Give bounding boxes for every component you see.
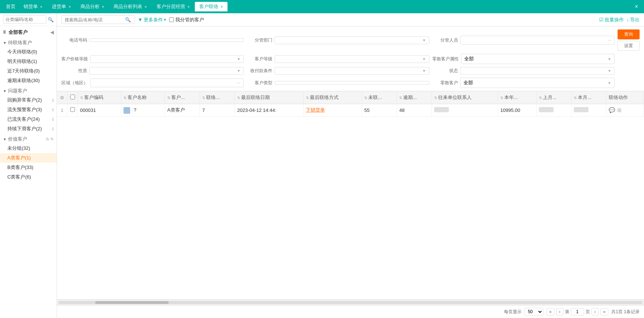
sidebar-item-overdue[interactable]: 逾期未联络(30) xyxy=(0,76,57,85)
th-code: ⇅ 客户编码 xyxy=(78,91,121,104)
message-action-icon[interactable]: 💬 xyxy=(609,107,615,113)
page-input[interactable] xyxy=(571,308,584,315)
per-page-select[interactable]: 50 100 200 xyxy=(525,308,543,316)
retail-attr-select[interactable]: 全部 ▼ xyxy=(461,54,615,64)
th-no-contact: ⇅ 未联... xyxy=(362,91,397,104)
nav-home[interactable]: 首页 xyxy=(3,2,18,11)
customer-grade-caret-icon: ▼ xyxy=(422,57,426,61)
next-page-btn[interactable]: › xyxy=(591,308,599,315)
scrollbar-thumb[interactable] xyxy=(95,301,169,304)
sidebar-search-icon[interactable]: 🔍 xyxy=(48,17,54,22)
row-code: 000031 xyxy=(78,104,121,117)
sidebar-item-churned[interactable]: 已流失客户(24) ℹ xyxy=(0,114,57,124)
sidebar-item-b-class[interactable]: B类客户(33) xyxy=(0,163,57,172)
nav-tab-customer-seg[interactable]: 客户分层经营 × xyxy=(152,2,194,11)
close-customer-contact-tab[interactable]: × xyxy=(221,4,223,9)
search-input-wrapper: 🔍 xyxy=(61,15,135,24)
sidebar-item-today[interactable]: 今天待联络(0) xyxy=(0,47,57,57)
batch-ops-btn[interactable]: ☑ 批量操作 xyxy=(599,17,624,23)
row-number: 1 xyxy=(57,104,67,117)
table-settings-header[interactable]: ⚙ xyxy=(57,91,67,104)
sidebar-all-label: ⠿ 全部客户 xyxy=(3,29,28,36)
customer-type-input[interactable] xyxy=(275,81,429,85)
search-input[interactable] xyxy=(65,17,124,22)
settings-button[interactable]: 设置 xyxy=(618,41,640,51)
nature-select[interactable]: ▼ xyxy=(89,67,244,75)
sidebar-item-abnormal[interactable]: 回购异常客户(2) ℹ xyxy=(0,95,57,105)
row-last-method[interactable]: 下销货单 xyxy=(303,104,362,117)
phone-input[interactable] xyxy=(89,38,244,42)
nav-tab-purchase[interactable]: 进货单 × xyxy=(47,2,75,11)
sidebar-item-tomorrow[interactable]: 明天待联络(1) xyxy=(0,57,57,66)
scrollbar-track[interactable] xyxy=(58,301,643,304)
qr-action-icon[interactable]: ⊞ xyxy=(617,107,622,113)
last-method-link[interactable]: 下销货单 xyxy=(306,107,325,113)
dept-select[interactable]: ▼ xyxy=(275,36,429,44)
sidebar-collapse-icon[interactable]: ◀ xyxy=(50,30,54,35)
customer-grade-select[interactable]: ▼ xyxy=(275,55,429,63)
status-label: 状态 xyxy=(432,68,458,74)
my-customers-checkbox[interactable] xyxy=(169,17,174,22)
th-type-sort-icon: ⇅ xyxy=(167,96,170,100)
close-analysis-tab[interactable]: × xyxy=(102,4,104,9)
main-layout: 🔍 ⠿ 全部客户 ◀ ▼ 待联络客户 今天待联络(0) 明天待联络(1) 近7天… xyxy=(0,13,644,318)
value-edit-icon[interactable]: ✎ xyxy=(50,137,54,142)
sidebar-search-input[interactable] xyxy=(3,15,46,24)
payment-select[interactable]: ▼ xyxy=(275,67,429,75)
nav-tab-analysis[interactable]: 商品分析 × xyxy=(76,2,108,11)
close-purchase-tab[interactable]: × xyxy=(68,4,71,9)
nav-tab-analysis-list[interactable]: 商品分析列表 × xyxy=(109,2,151,11)
more-conditions-btn[interactable]: ▼ 更多条件 ▾ xyxy=(138,17,166,23)
price-grade-select[interactable]: ▼ xyxy=(90,55,244,63)
close-customer-seg-tab[interactable]: × xyxy=(187,4,190,9)
sidebar-item-ungrouped[interactable]: 未分组(32) xyxy=(0,144,57,153)
region-input[interactable]: ··· xyxy=(90,78,244,87)
status-select[interactable]: ▼ xyxy=(460,67,615,75)
price-grade-caret-icon: ▼ xyxy=(237,57,240,61)
filter-bar: 🔍 ▼ 更多条件 ▾ 我分管的客户 ☑ 批量操作 ↓ 导出 xyxy=(57,13,644,26)
close-sales-tab[interactable]: × xyxy=(40,4,42,9)
query-button[interactable]: 查询 xyxy=(618,29,640,39)
value-arrow[interactable]: ▼ xyxy=(3,137,7,141)
th-name: ⇅ 客户名称 xyxy=(121,91,165,104)
phone-label: 电话号码 xyxy=(61,37,87,43)
nature-label: 性质 xyxy=(61,68,87,74)
nav-tab-sales[interactable]: 销货单 × xyxy=(19,2,47,11)
sidebar-problem-section: ▼ 问题客户 xyxy=(0,85,57,95)
pending-arrow[interactable]: ▼ xyxy=(3,41,7,45)
th-last-date-sort-icon: ⇅ xyxy=(237,96,240,100)
export-btn[interactable]: ↓ 导出 xyxy=(627,17,640,23)
close-analysis-list-tab[interactable]: × xyxy=(144,4,147,9)
dept-label: 分管部门 xyxy=(247,37,272,43)
window-close-btn[interactable]: × xyxy=(632,3,641,10)
advanced-filter: 电话号码 分管部门 ▼ 分管人员 ··· xyxy=(57,26,644,91)
sidebar-item-a-class[interactable]: A类客户(1) xyxy=(0,153,57,163)
th-overdue: ⇅ 逾期... xyxy=(397,91,432,104)
th-no-contact-sort-icon: ⇅ xyxy=(364,96,367,100)
table-checkbox-header[interactable] xyxy=(67,91,78,104)
value-refresh-icon[interactable]: ↻ xyxy=(46,137,49,142)
search-icon[interactable]: 🔍 xyxy=(125,17,131,22)
th-type: ⇅ 客户... xyxy=(165,91,200,104)
horizontal-scrollbar[interactable] xyxy=(57,299,644,305)
sidebar-item-7days[interactable]: 近7天待联络(0) xyxy=(0,66,57,76)
person-input[interactable]: ··· xyxy=(460,36,615,45)
th-this-month: ⇅ 本月... xyxy=(572,91,607,104)
pagination-bar: 每页显示 50 100 200 « ‹ 第 页 › » 共1页 1条记录 xyxy=(57,305,644,318)
row-checkbox[interactable] xyxy=(70,107,75,112)
select-all-checkbox[interactable] xyxy=(70,95,75,99)
row-checkbox-cell[interactable] xyxy=(67,104,78,117)
filter-nature: 性质 ▼ xyxy=(61,67,244,75)
retail-customer-select[interactable]: 全部 ▼ xyxy=(460,78,615,88)
first-page-btn[interactable]: « xyxy=(546,308,555,315)
sidebar-item-churn-warning[interactable]: 流失预警客户(3) ℹ xyxy=(0,105,57,114)
nav-tab-customer-contact[interactable]: 客户联络 × xyxy=(195,2,227,11)
prev-page-btn[interactable]: ‹ xyxy=(556,308,564,315)
th-last-method: ⇅ 最后联络方式 xyxy=(303,91,362,104)
last-page-btn[interactable]: » xyxy=(600,308,609,315)
row-no-contact: 55 xyxy=(362,104,397,117)
sidebar-item-c-class[interactable]: C类客户(6) xyxy=(0,172,57,182)
sidebar-item-declining[interactable]: 持续下滑客户(2) ℹ xyxy=(0,124,57,134)
my-customers-checkbox-wrapper[interactable]: 我分管的客户 xyxy=(169,17,204,23)
problem-arrow[interactable]: ▼ xyxy=(3,89,7,93)
